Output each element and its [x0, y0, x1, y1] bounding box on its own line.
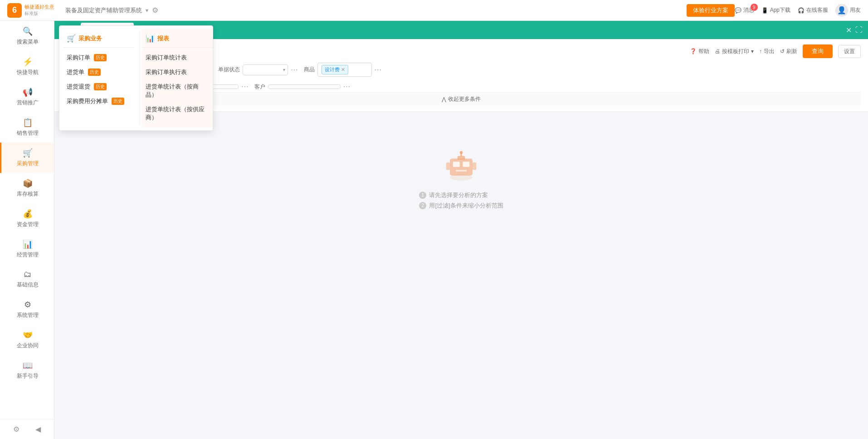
sidebar-item-purchase[interactable]: 🛒 采购管理 [0, 143, 54, 173]
collapse-arrow-icon: ⋀ [442, 96, 446, 103]
dropdown-item-receipt-stat-supplier[interactable]: 进货单统计表（按供应商） [142, 102, 213, 125]
voucher-status-label: 单据状态 [218, 66, 240, 74]
sidebar: 🔍 搜索菜单 ⚡ 快捷导航 📢 营销推广 📋 销售管理 🛒 采购管理 📦 [0, 21, 54, 439]
print-btn[interactable]: 🖨 按模板打印 ▾ [715, 48, 754, 55]
nav-title: 装备及固定资产辅助管理系统 [65, 6, 142, 15]
online-service-btn[interactable]: 🎧 在线客服 [798, 6, 828, 14]
goods-filter: 商品 设计费 ✕ ··· [304, 63, 382, 77]
box-icon: 📦 [23, 178, 33, 188]
help-label: 帮助 [698, 48, 709, 55]
sidebar-item-guide[interactable]: 📖 新手引导 [0, 355, 54, 385]
sidebar-label-guide: 新手引导 [17, 372, 39, 380]
chart-icon: 📊 [23, 239, 33, 249]
sidebar-item-finance[interactable]: 💰 资金管理 [0, 203, 54, 234]
clipboard-icon: 📋 [23, 118, 33, 128]
dropdown-item-purchase-receipt[interactable]: 进货单 历史 [63, 65, 134, 79]
logo-badge: 标准版 [24, 10, 54, 17]
app-download-btn[interactable]: 📱 App下载 [761, 6, 790, 14]
svg-rect-9 [473, 163, 476, 170]
purchase-receipt-label: 进货单 [67, 68, 84, 76]
svg-rect-8 [446, 163, 450, 170]
sidebar-item-quick[interactable]: ⚡ 快捷导航 [0, 51, 54, 82]
purchase-order-exec-label: 采购订单执行表 [146, 68, 187, 76]
purchase-order-stat-label: 采购订单统计表 [146, 54, 187, 62]
tabs-bar-right: ✕ ⛶ [846, 26, 868, 35]
headset-icon: 🎧 [798, 7, 805, 14]
export-label: 导出 [764, 48, 775, 55]
goods-more-btn[interactable]: ··· [375, 66, 382, 74]
svg-rect-3 [463, 162, 469, 167]
goods-tag-close[interactable]: ✕ [341, 67, 345, 73]
col-divider [140, 31, 140, 125]
sidebar-label-business: 经营管理 [17, 251, 39, 259]
dropdown-item-purchase-expense[interactable]: 采购费用分摊单 历史 [63, 94, 134, 109]
sidebar-item-basic[interactable]: 🗂 基础信息 [0, 264, 54, 294]
nav-dropdown-arrow[interactable]: ▾ [146, 7, 148, 14]
purchase-dropdown-menu: 🛒 采购业务 采购订单 历史 进货单 历史 进货退货 历史 采购费用分摊单 [59, 25, 213, 131]
report-col-icon: 📊 [146, 34, 155, 43]
nav-settings-icon[interactable]: ⚙ [152, 6, 158, 15]
help-btn[interactable]: ❓ 帮助 [690, 48, 709, 55]
goods-input[interactable]: 设计费 ✕ [317, 63, 372, 77]
cart-icon: 🛒 [23, 148, 33, 158]
dropdown-cols: 🛒 采购业务 采购订单 历史 进货单 历史 进货退货 历史 采购费用分摊单 [59, 31, 213, 125]
settings-bottom-icon[interactable]: ⚙ [13, 425, 20, 434]
svg-point-7 [460, 151, 463, 154]
user-btn[interactable]: 👤 用友 [835, 4, 861, 17]
collapse-label: 收起更多条件 [448, 95, 481, 103]
dropdown-item-purchase-return[interactable]: 进货退货 历史 [63, 79, 134, 94]
step2-num: 2 [419, 202, 426, 209]
refresh-label: 刷新 [786, 48, 797, 55]
sidebar-label-purchase: 采购管理 [17, 160, 39, 168]
svg-rect-4 [456, 170, 467, 171]
header-nav: 装备及固定资产辅助管理系统 ▾ ⚙ [65, 6, 687, 15]
receipt-stat-goods-label: 进货单统计表（按商品） [146, 83, 210, 99]
voucher-status-more-btn[interactable]: ··· [291, 66, 298, 74]
salesperson-more-btn[interactable]: ··· [241, 83, 249, 91]
export-btn[interactable]: ↑ 导出 [759, 48, 775, 55]
sidebar-item-inventory[interactable]: 📦 库存核算 [0, 173, 54, 203]
dropdown-item-purchase-order-exec[interactable]: 采购订单执行表 [142, 65, 213, 79]
sidebar-item-sales[interactable]: 📋 销售管理 [0, 112, 54, 143]
purchase-expense-history-badge: 历史 [112, 98, 124, 105]
logo-icon: 6 [7, 3, 22, 18]
dropdown-item-purchase-order[interactable]: 采购订单 历史 [63, 50, 134, 65]
purchase-col: 🛒 采购业务 采购订单 历史 进货单 历史 进货退货 历史 采购费用分摊单 [59, 31, 138, 125]
refresh-icon: ↺ [780, 48, 785, 54]
search-icon: 🔍 [23, 26, 33, 36]
customer-input[interactable] [268, 84, 341, 89]
user-label: 用友 [850, 6, 861, 14]
report-col-title: 📊 报表 [142, 31, 213, 48]
dropdown-item-purchase-order-stat[interactable]: 采购订单统计表 [142, 50, 213, 65]
print-dropdown-arrow[interactable]: ▾ [751, 48, 754, 54]
online-service-label: 在线客服 [806, 6, 828, 14]
sidebar-item-marketing[interactable]: 📢 营销推广 [0, 82, 54, 112]
tabs-expand-btn[interactable]: ⛶ [855, 26, 863, 34]
empty-text: 1 请先选择要分析的方案 2 用[过滤]条件来缩小分析范围 [419, 190, 503, 211]
query-btn[interactable]: 查询 [803, 44, 833, 58]
customer-label: 客户 [254, 83, 265, 91]
sidebar-item-search[interactable]: 🔍 搜索菜单 [0, 21, 54, 51]
message-icon: 💬 [735, 7, 741, 14]
svg-rect-1 [450, 158, 473, 176]
settings-btn[interactable]: 设置 [838, 45, 861, 58]
collapse-sidebar-btn[interactable]: ◀ [35, 425, 41, 434]
customer-more-btn[interactable]: ··· [343, 83, 351, 91]
refresh-btn[interactable]: ↺ 刷新 [780, 48, 797, 55]
purchase-col-icon: 🛒 [67, 34, 76, 43]
messages-btn[interactable]: 💬 消息 9 [735, 6, 754, 14]
tabs-close-btn[interactable]: ✕ [846, 26, 852, 35]
empty-illustration [439, 148, 484, 184]
sidebar-item-business[interactable]: 📊 经营管理 [0, 234, 54, 264]
folder-icon: 🗂 [24, 270, 32, 279]
dropdown-item-receipt-stat-goods[interactable]: 进货单统计表（按商品） [142, 79, 213, 102]
goods-tag: 设计费 ✕ [322, 65, 348, 74]
industry-btn[interactable]: 体验行业方案 [687, 4, 735, 17]
sidebar-item-collab[interactable]: 🤝 企业协同 [0, 325, 54, 355]
sidebar-item-system[interactable]: ⚙ 系统管理 [0, 294, 54, 325]
sidebar-label-inventory: 库存核算 [17, 190, 39, 198]
export-icon: ↑ [759, 48, 762, 54]
voucher-status-select[interactable] [243, 64, 288, 75]
app-download-label: App下载 [770, 6, 790, 14]
sidebar-label-quick: 快捷导航 [17, 69, 39, 76]
